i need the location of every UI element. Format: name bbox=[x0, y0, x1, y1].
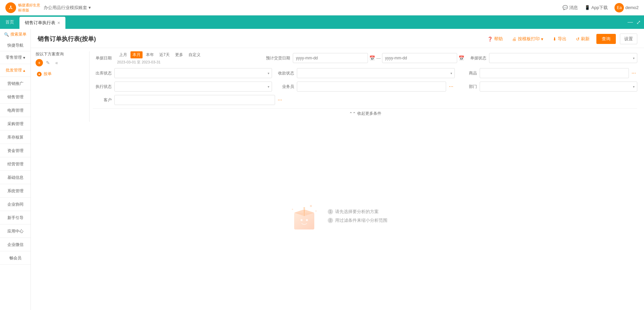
bill-status-control: ▾ bbox=[489, 53, 637, 63]
print-icon: 🖨 bbox=[512, 37, 517, 42]
end-date-input[interactable] bbox=[382, 53, 457, 63]
refresh-button[interactable]: ↺ 刷新 bbox=[573, 35, 592, 43]
svg-point-1 bbox=[10, 6, 11, 7]
sidebar-item-sales[interactable]: 销售管理 bbox=[0, 90, 31, 104]
empty-hint-2: 2 用过滤条件来缩小分析范围 bbox=[328, 217, 387, 223]
sidebar-item-weixin[interactable]: 企业微信 bbox=[0, 238, 31, 251]
collapse-scheme-button[interactable]: « bbox=[53, 59, 60, 66]
customer-input[interactable] bbox=[114, 95, 275, 105]
salesperson-control: ··· bbox=[297, 82, 454, 92]
sidebar-item-enterprise[interactable]: 企业协同 bbox=[0, 198, 31, 211]
tab-close-icon[interactable]: × bbox=[57, 20, 60, 25]
tab-sales-order[interactable]: 销售订单执行表 × bbox=[19, 17, 65, 29]
delivery-status-select[interactable] bbox=[114, 68, 272, 78]
delivery-status-label: 出库状态 bbox=[93, 70, 112, 76]
logo-area: 畅捷通好生意 标准版 bbox=[5, 2, 40, 13]
date-tab-more[interactable]: 更多 bbox=[173, 51, 185, 58]
start-date-input[interactable] bbox=[293, 53, 368, 63]
bill-status-label: 单据状态 bbox=[468, 55, 486, 61]
goods-more-icon[interactable]: ··· bbox=[630, 70, 637, 76]
dept-control: ▾ bbox=[480, 82, 637, 92]
bill-status-select[interactable] bbox=[489, 53, 637, 63]
sidebar-item-wholesale[interactable]: 批发管理 ▴ bbox=[0, 64, 31, 77]
scheme-active-dot: ● bbox=[37, 72, 42, 76]
end-date-icon[interactable]: 📅 bbox=[459, 55, 464, 61]
hint-num-1: 1 bbox=[328, 209, 333, 214]
app-download-button[interactable]: 📱 App下载 bbox=[585, 5, 608, 11]
customer-control: ··· bbox=[114, 95, 283, 105]
date-tab-last-month[interactable]: 上月 bbox=[117, 51, 129, 58]
payment-status-select[interactable] bbox=[297, 68, 454, 78]
settings-button[interactable]: 设置 bbox=[620, 34, 637, 44]
expected-delivery-label: 预计交货日期 bbox=[266, 55, 290, 61]
sidebar-item-finance[interactable]: 资金管理 bbox=[0, 144, 31, 157]
main-layout: 🔍 搜索菜单 快捷导航 零售管理 ▾ 批发管理 ▴ 营销推广 销售管理 电商管理… bbox=[0, 29, 644, 310]
svg-point-6 bbox=[315, 210, 317, 212]
sidebar: 🔍 搜索菜单 快捷导航 零售管理 ▾ 批发管理 ▴ 营销推广 销售管理 电商管理… bbox=[0, 29, 31, 310]
salesperson-input[interactable] bbox=[297, 82, 446, 92]
empty-hint-1: 1 请先选择要分析的方案 bbox=[328, 209, 387, 215]
maximize-icon[interactable]: ⤢ bbox=[636, 19, 641, 25]
svg-point-5 bbox=[310, 205, 312, 207]
exec-status-label: 执行状态 bbox=[93, 84, 112, 90]
page-title: 销售订单执行表(按单) bbox=[38, 35, 96, 43]
empty-text: 1 请先选择要分析的方案 2 用过滤条件来缩小分析范围 bbox=[328, 209, 387, 223]
dept-select[interactable] bbox=[480, 82, 637, 92]
sidebar-item-quick-nav[interactable]: 快捷导航 bbox=[0, 40, 31, 51]
sidebar-search[interactable]: 🔍 搜索菜单 bbox=[0, 29, 31, 40]
sidebar-item-appstore[interactable]: 应用中心 bbox=[0, 224, 31, 238]
payment-status-control: ▾ bbox=[297, 68, 454, 78]
help-icon: ❓ bbox=[487, 37, 493, 42]
sidebar-item-inventory[interactable]: 库存核算 bbox=[0, 131, 31, 144]
minimize-icon[interactable]: — bbox=[628, 19, 633, 25]
date-tab-7days[interactable]: 近7天 bbox=[157, 51, 172, 58]
company-selector[interactable]: 办公用品行业模拟账套 ▾ bbox=[44, 5, 91, 11]
date-range-input: 📅 — 📅 bbox=[293, 53, 464, 63]
sidebar-item-retail[interactable]: 零售管理 ▾ bbox=[0, 51, 31, 64]
date-tab-custom[interactable]: 自定义 bbox=[186, 51, 203, 58]
message-icon: 💬 bbox=[562, 5, 568, 10]
message-button[interactable]: 💬 消息 bbox=[562, 5, 578, 11]
sidebar-item-operations[interactable]: 经营管理 bbox=[0, 157, 31, 171]
date-tab-this-year[interactable]: 本年 bbox=[144, 51, 156, 58]
svg-point-8 bbox=[301, 219, 303, 221]
sidebar-item-purchase[interactable]: 采购管理 bbox=[0, 117, 31, 131]
delivery-status-control: ▾ bbox=[114, 68, 272, 78]
sidebar-item-ecommerce[interactable]: 电商管理 bbox=[0, 104, 31, 117]
nav-tabs: 首页 销售订单执行表 × — ⤢ bbox=[0, 15, 644, 29]
sidebar-item-newbie[interactable]: 新手引导 bbox=[0, 211, 31, 224]
collapse-more-button[interactable]: ⌃⌃ 收起更多条件 bbox=[93, 108, 637, 118]
content-area: 销售订单执行表(按单) ❓ 帮助 🖨 按模板打印 ▾ ⬇ 导出 ↺ 刷新 bbox=[31, 29, 644, 310]
goods-label: 商品 bbox=[458, 70, 477, 76]
date-tab-this-month[interactable]: 本月 bbox=[130, 51, 143, 58]
export-button[interactable]: ⬇ 导出 bbox=[550, 35, 569, 43]
sidebar-item-marketing[interactable]: 营销推广 bbox=[0, 77, 31, 90]
sidebar-item-member[interactable]: 畅会员 bbox=[0, 251, 31, 265]
header-right: 💬 消息 📱 App下载 Ea demo2 bbox=[562, 3, 639, 12]
print-button[interactable]: 🖨 按模板打印 ▾ bbox=[509, 35, 546, 43]
add-scheme-button[interactable]: + bbox=[36, 59, 43, 66]
expected-delivery-control: 📅 — 📅 bbox=[293, 53, 464, 63]
user-menu[interactable]: Ea demo2 bbox=[614, 3, 639, 12]
logo-text: 畅捷通好生意 标准版 bbox=[18, 3, 40, 12]
exec-status-select[interactable] bbox=[114, 82, 272, 92]
salesperson-more-icon[interactable]: ··· bbox=[447, 84, 454, 90]
sidebar-item-basic[interactable]: 基础信息 bbox=[0, 171, 31, 184]
sidebar-item-system[interactable]: 系统管理 bbox=[0, 184, 31, 198]
chevron-up-icon: ⌃⌃ bbox=[349, 111, 356, 116]
goods-input[interactable] bbox=[480, 68, 629, 78]
help-button[interactable]: ❓ 帮助 bbox=[485, 35, 505, 43]
tab-home[interactable]: 首页 bbox=[0, 15, 19, 29]
page-header: 销售订单执行表(按单) ❓ 帮助 🖨 按模板打印 ▾ ⬇ 导出 ↺ 刷新 bbox=[31, 29, 644, 48]
phone-icon: 📱 bbox=[585, 5, 590, 10]
expand-icon: ▾ bbox=[23, 55, 25, 60]
edit-scheme-button[interactable]: ✎ bbox=[44, 59, 52, 66]
filter-row-1: 单据日期 上月 本月 本年 近7天 更多 自定义 20 bbox=[93, 51, 637, 65]
start-date-icon[interactable]: 📅 bbox=[369, 55, 375, 61]
filter-scheme-panel: 按以下方案查询 + ✎ « ● 按单 bbox=[34, 51, 90, 122]
search-button[interactable]: 查询 bbox=[596, 34, 616, 44]
customer-more-icon[interactable]: ··· bbox=[276, 97, 283, 103]
header-left: 畅捷通好生意 标准版 办公用品行业模拟账套 ▾ bbox=[5, 2, 91, 13]
page-actions: ❓ 帮助 🖨 按模板打印 ▾ ⬇ 导出 ↺ 刷新 查询 bbox=[485, 34, 637, 44]
scheme-item-default[interactable]: ● 按单 bbox=[36, 69, 87, 79]
